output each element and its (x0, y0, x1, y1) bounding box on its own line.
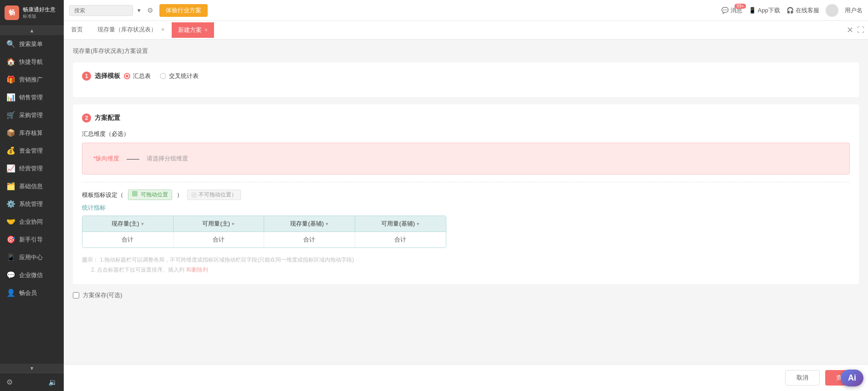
chat-icon: 💬 (6, 271, 15, 279)
sidebar-nav: 🔍 搜索菜单 🏠 快捷导航 🎁 营销推广 📊 销售管理 🛒 采购管理 📦 库存核… (0, 35, 64, 364)
indicator-label-text: 模板指标设定（ (82, 191, 123, 199)
sidebar-item-apps[interactable]: 📱 应用中心 (0, 248, 64, 266)
radio-summary[interactable]: 汇总表 (124, 72, 151, 80)
sidebar-item-search[interactable]: 🔍 搜索菜单 (0, 35, 64, 53)
sidebar-item-guide[interactable]: 🎯 新手引导 (0, 231, 64, 248)
sidebar-footer: ⚙ 🔉 (0, 373, 64, 391)
message-icon: 💬 (721, 7, 729, 14)
tab-home[interactable]: 首页 (64, 21, 90, 39)
section1-header: 1 选择模板 汇总表 交叉统计表 (82, 72, 850, 81)
cancel-button[interactable]: 取消 (785, 370, 820, 386)
sidebar-item-cooperation[interactable]: 🤝 企业协同 (0, 213, 64, 231)
app-download-button[interactable]: 📱 App下载 (749, 6, 780, 15)
radio-cross-dot (160, 73, 166, 79)
divider1 (82, 182, 850, 182)
sidebar-item-shortcut[interactable]: 🏠 快捷导航 (0, 53, 64, 71)
dropdown-col0-icon[interactable]: ▾ (141, 221, 144, 227)
ai-badge[interactable]: Ai (841, 370, 863, 386)
dropdown-col3-icon[interactable]: ▾ (417, 221, 419, 227)
home-icon: 🏠 (6, 57, 15, 66)
draggable-tag: 可拖动位置 (128, 190, 172, 200)
topbar-gear-icon[interactable]: ⚙ (147, 6, 153, 15)
sidebar-item-purchase[interactable]: 🛒 采购管理 (0, 106, 64, 124)
dimension-required-text: *纵向维度 (93, 154, 119, 163)
box-icon: 📦 (6, 129, 15, 137)
col-header-1[interactable]: 可用量(主) ▾ (174, 216, 265, 232)
sidebar-item-marketing[interactable]: 🎁 营销推广 (0, 71, 64, 88)
target-icon: 🎯 (6, 235, 15, 244)
cell-row0-col2: 合计 (264, 232, 355, 247)
radio-summary-dot (124, 73, 130, 79)
money-icon: 💰 (6, 146, 15, 155)
dimension-placeholder: 请选择分组维度 (147, 154, 188, 163)
window-close-button[interactable]: ✕ (847, 25, 853, 35)
stats-table: 现存量(主) ▾ 可用量(主) ▾ 现存量(基辅) ▾ 可用量(基辅) (82, 216, 446, 248)
sidebar-item-inventory[interactable]: 📦 库存核算 (0, 124, 64, 142)
sidebar: 畅 畅康通好生意 标准版 ▲ 🔍 搜索菜单 🏠 快捷导航 🎁 营销推广 📊 销售… (0, 0, 64, 391)
sidebar-item-system[interactable]: ⚙️ 系统管理 (0, 195, 64, 213)
section2-header: 2 方案配置 (82, 113, 850, 123)
sidebar-scroll-down[interactable]: ▼ (0, 364, 64, 373)
tab-inventory-close[interactable]: × (161, 26, 164, 33)
sound-icon[interactable]: 🔉 (48, 378, 57, 386)
search-icon: 🔍 (6, 40, 15, 48)
trending-icon: 📈 (6, 164, 15, 173)
save-checkbox[interactable] (73, 292, 79, 298)
dimension-label: 汇总维度（必选） (82, 130, 850, 138)
message-button[interactable]: 💬 消息 99+ (721, 6, 742, 15)
folder-icon: 🗂️ (6, 182, 15, 190)
chart-icon: 📊 (6, 93, 15, 102)
tips-section: 提示： 1.拖动标题栏可以调整布局，不可跨维度或指标区域拖动栏目字段(只能在同一… (82, 255, 850, 275)
sidebar-item-wechat[interactable]: 💬 企业微信 (0, 266, 64, 284)
mobile-icon: 📱 (6, 253, 15, 262)
tab-new-plan[interactable]: 新建方案 × (172, 22, 214, 38)
handshake-icon: 🤝 (6, 217, 15, 226)
online-service-button[interactable]: 🎧 在线客服 (786, 6, 819, 15)
indicator-separator: ） (177, 191, 183, 199)
window-expand-button[interactable]: ⛶ (857, 26, 864, 34)
sidebar-logo: 畅 畅康通好生意 标准版 (0, 0, 64, 26)
search-input[interactable] (69, 5, 133, 16)
tab-inventory[interactable]: 现存量（库存状况表） × (90, 21, 172, 39)
dropdown-icon[interactable]: ▾ (138, 7, 141, 14)
dropdown-col2-icon[interactable]: ▾ (326, 221, 328, 227)
col-header-2[interactable]: 现存量(基辅) ▾ (264, 216, 355, 232)
section1-title: 选择模板 (95, 72, 120, 80)
template-options: 汇总表 交叉统计表 (124, 72, 199, 80)
page-title: 现存量(库存状况表)方案设置 (73, 47, 859, 55)
stats-title: 统计指标 (82, 204, 850, 212)
radio-cross[interactable]: 交叉统计表 (160, 72, 199, 80)
gift-icon: 🎁 (6, 75, 15, 84)
sidebar-item-basic[interactable]: 🗂️ 基础信息 (0, 177, 64, 195)
main-content: ▾ ⚙ 体验行业方案 💬 消息 99+ 📱 App下载 🎧 在线客服 用户名 首… (64, 0, 868, 391)
topbar: ▾ ⚙ 体验行业方案 💬 消息 99+ 📱 App下载 🎧 在线客服 用户名 (64, 0, 868, 21)
mobile-download-icon: 📱 (749, 7, 756, 14)
indicator-settings: 模板指标设定（ 可拖动位置 ） 不可拖动位置） (82, 190, 850, 200)
section2-title: 方案配置 (95, 114, 120, 122)
action-bar: 取消 查询 (64, 364, 868, 391)
settings-footer-icon[interactable]: ⚙ (6, 378, 13, 386)
user-icon: 👤 (6, 288, 15, 297)
cell-row0-col3: 合计 (355, 232, 446, 247)
save-label: 方案保存(可选) (83, 291, 123, 299)
sidebar-item-operation[interactable]: 📈 经营管理 (0, 159, 64, 177)
tab-new-close[interactable]: × (204, 27, 208, 33)
col-header-0[interactable]: 现存量(主) ▾ (82, 216, 174, 232)
col-header-3[interactable]: 可用量(基辅) ▾ (355, 216, 446, 232)
tabs-right-controls: ✕ ⛶ (847, 25, 868, 35)
logo-text: 畅康通好生意 标准版 (23, 6, 56, 20)
trial-button[interactable]: 体验行业方案 (159, 4, 208, 17)
cart-icon: 🛒 (6, 111, 15, 119)
sidebar-item-finance[interactable]: 💰 资金管理 (0, 142, 64, 159)
cell-row0-col0: 合计 (82, 232, 174, 247)
sidebar-item-sales[interactable]: 📊 销售管理 (0, 88, 64, 106)
dropdown-col1-icon[interactable]: ▾ (232, 221, 235, 227)
sidebar-scroll-up[interactable]: ▲ (0, 26, 64, 35)
avatar (826, 4, 838, 17)
sidebar-item-member[interactable]: 👤 畅会员 (0, 284, 64, 302)
topbar-right: 💬 消息 99+ 📱 App下载 🎧 在线客服 用户名 (721, 4, 863, 17)
stats-body: 合计 合计 合计 合计 (82, 232, 446, 247)
headset-icon: 🎧 (786, 7, 794, 14)
gear-icon: ⚙️ (6, 200, 15, 208)
stats-header: 现存量(主) ▾ 可用量(主) ▾ 现存量(基辅) ▾ 可用量(基辅) (82, 216, 446, 232)
